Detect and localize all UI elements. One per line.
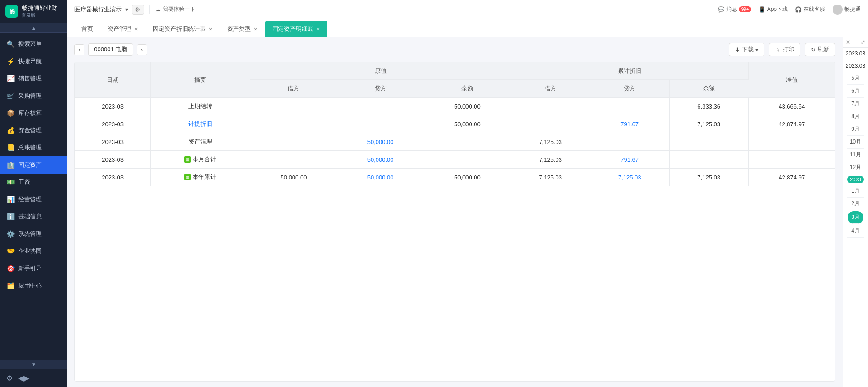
topbar: 医疗器械行业演示 ▾ ⚙ ☁ 我要体验一下 💬 消息 99+ 📱 App下载 🎧… xyxy=(67,0,868,19)
panel-controls: ✕ ⤢ xyxy=(843,37,868,48)
tab-label: 固定资产明细账 xyxy=(272,25,313,33)
sidebar-item-search[interactable]: 🔍 搜索菜单 xyxy=(0,35,67,53)
sidebar-item-purchase[interactable]: 🛒 采购管理 xyxy=(0,87,67,104)
download-label: App下载 xyxy=(767,5,788,13)
tab-close-icon[interactable]: ✕ xyxy=(316,26,320,32)
tab-label: 资产类型 xyxy=(227,25,251,33)
panel-month-item[interactable]: 9月 xyxy=(847,123,863,136)
money-icon: 💰 xyxy=(6,126,15,134)
tab-asset-management[interactable]: 资产管理 ✕ xyxy=(101,21,145,37)
message-button[interactable]: 💬 消息 99+ xyxy=(718,5,751,13)
cell-net-value xyxy=(749,133,835,151)
sidebar-item-label: 系统管理 xyxy=(18,230,42,238)
tab-close-icon[interactable]: ✕ xyxy=(253,26,258,32)
panel-month-item[interactable]: 10月 xyxy=(847,136,863,149)
company-dropdown-icon[interactable]: ▾ xyxy=(125,6,128,13)
download-icon: ⬇ xyxy=(735,46,740,53)
cell-ov-credit xyxy=(337,115,424,133)
download-icon: 📱 xyxy=(759,6,765,13)
message-badge: 99+ xyxy=(739,6,751,12)
panel-month-item[interactable]: 3月 xyxy=(848,211,863,224)
collapse-icon[interactable]: ◀▶ xyxy=(18,374,29,382)
tab-close-icon[interactable]: ✕ xyxy=(134,26,138,32)
settings-button[interactable]: ⚙ xyxy=(132,5,144,15)
tab-depreciation-stats[interactable]: 固定资产折旧统计表 ✕ xyxy=(146,21,219,37)
cell-ov-balance: 50,000.00 xyxy=(424,98,511,115)
toolbar-left: ‹ 000001 电脑 › xyxy=(74,43,147,56)
content-area: ‹ 000001 电脑 › ⬇ 下载 ▾ 🖨 打印 ↻ xyxy=(67,37,868,387)
cell-date: 2023-03 xyxy=(75,133,151,151)
experience-button[interactable]: ☁ 我要体验一下 xyxy=(155,5,195,13)
sidebar-item-inventory[interactable]: 📦 库存核算 xyxy=(0,104,67,122)
tab-asset-type[interactable]: 资产类型 ✕ xyxy=(220,21,264,37)
panel-month-item[interactable]: 11月 xyxy=(847,149,863,161)
experience-icon: ☁ xyxy=(155,6,161,13)
sidebar-item-collab[interactable]: 🤝 企业协同 xyxy=(0,243,67,260)
sidebar-item-ledger[interactable]: 📒 总账管理 xyxy=(0,139,67,156)
cell-ov-credit xyxy=(337,98,424,115)
tab-home[interactable]: 首页 xyxy=(74,21,100,37)
sidebar-item-sales[interactable]: 📈 销售管理 xyxy=(0,70,67,87)
cell-ad-balance: 7,125.03 xyxy=(669,169,748,186)
cell-ov-credit: 50,000.00 xyxy=(337,133,424,151)
panel-month-item[interactable]: 4月 xyxy=(847,225,863,238)
download-app-button[interactable]: 📱 App下载 xyxy=(759,5,788,13)
sidebar-item-app-center[interactable]: 🗂️ 应用中心 xyxy=(0,277,67,294)
cell-ad-debit xyxy=(511,98,590,115)
cell-date: 2023-03 xyxy=(75,151,151,169)
cart-icon: 🛒 xyxy=(6,92,15,100)
panel-month-item[interactable]: 2月 xyxy=(847,198,863,210)
panel-month-item[interactable]: 5月 xyxy=(847,72,863,85)
ledger-icon: 📒 xyxy=(6,144,15,152)
panel-header-date1: 2023.03 xyxy=(843,48,868,60)
next-button[interactable]: › xyxy=(137,44,147,55)
refresh-label: 刷新 xyxy=(818,45,829,54)
panel-month-item[interactable]: 12月 xyxy=(847,161,863,174)
settings-icon[interactable]: ⚙ xyxy=(6,374,13,382)
sidebar-item-label: 新手引导 xyxy=(18,264,42,273)
sidebar-scroll-up[interactable]: ▲ xyxy=(0,24,67,33)
user-button[interactable]: 畅捷通 xyxy=(833,5,861,15)
sidebar-item-system[interactable]: ⚙️ 系统管理 xyxy=(0,225,67,243)
expand-panel-icon[interactable]: ⤢ xyxy=(861,39,865,45)
panel-month-item[interactable]: 8月 xyxy=(847,110,863,123)
cell-ad-credit: 791.67 xyxy=(590,151,669,169)
app-edition: 普及版 xyxy=(22,12,57,19)
sidebar-item-salary[interactable]: 💵 工资 xyxy=(0,174,67,191)
download-button[interactable]: ⬇ 下载 ▾ xyxy=(729,43,764,56)
cell-net-value xyxy=(749,151,835,169)
message-label: 消息 xyxy=(726,5,737,13)
sidebar-item-basic-info[interactable]: ℹ️ 基础信息 xyxy=(0,208,67,225)
sidebar-item-guide[interactable]: 🎯 新手引导 xyxy=(0,260,67,277)
close-panel-icon[interactable]: ✕ xyxy=(846,39,850,45)
table-row: 2023-03▦本年累计50,000.0050,000.0050,000.007… xyxy=(75,169,835,186)
prev-button[interactable]: ‹ xyxy=(74,44,84,55)
cell-ad-debit xyxy=(511,115,590,133)
print-button[interactable]: 🖨 打印 xyxy=(769,43,800,56)
panel-month-item[interactable]: 6月 xyxy=(847,85,863,98)
table-row: 2023-03▦本月合计50,000.007,125.03791.67 xyxy=(75,151,835,169)
sidebar-item-quick-nav[interactable]: ⚡ 快捷导航 xyxy=(0,53,67,70)
sidebar-item-management[interactable]: 📊 经营管理 xyxy=(0,191,67,208)
message-icon: 💬 xyxy=(718,6,724,13)
sidebar-item-fixed-assets[interactable]: 🏢 固定资产 xyxy=(0,156,67,174)
th-summary: 摘要 xyxy=(151,62,250,98)
sidebar-nav: 🔍 搜索菜单 ⚡ 快捷导航 📈 销售管理 🛒 采购管理 📦 库存核算 💰 资金管… xyxy=(0,33,67,360)
cell-net-value: 42,874.97 xyxy=(749,169,835,186)
cell-date: 2023-03 xyxy=(75,169,151,186)
sidebar-scroll-down[interactable]: ▼ xyxy=(0,360,67,369)
cell-date: 2023-03 xyxy=(75,98,151,115)
service-button[interactable]: 🎧 在线客服 xyxy=(795,5,825,13)
chart-icon: 📈 xyxy=(6,74,15,83)
cell-ad-credit: 7,125.03 xyxy=(590,169,669,186)
main-area: 医疗器械行业演示 ▾ ⚙ ☁ 我要体验一下 💬 消息 99+ 📱 App下载 🎧… xyxy=(67,0,868,387)
sidebar-item-finance[interactable]: 💰 资金管理 xyxy=(0,122,67,139)
cell-summary: 上期结转 xyxy=(151,98,250,115)
tab-asset-detail[interactable]: 固定资产明细账 ✕ xyxy=(265,21,327,37)
cell-net-value: 42,874.97 xyxy=(749,115,835,133)
panel-month-item[interactable]: 7月 xyxy=(847,98,863,110)
refresh-button[interactable]: ↻ 刷新 xyxy=(805,43,835,56)
box-icon: 📦 xyxy=(6,109,15,117)
tab-close-icon[interactable]: ✕ xyxy=(208,26,213,32)
panel-month-item[interactable]: 1月 xyxy=(847,185,863,198)
